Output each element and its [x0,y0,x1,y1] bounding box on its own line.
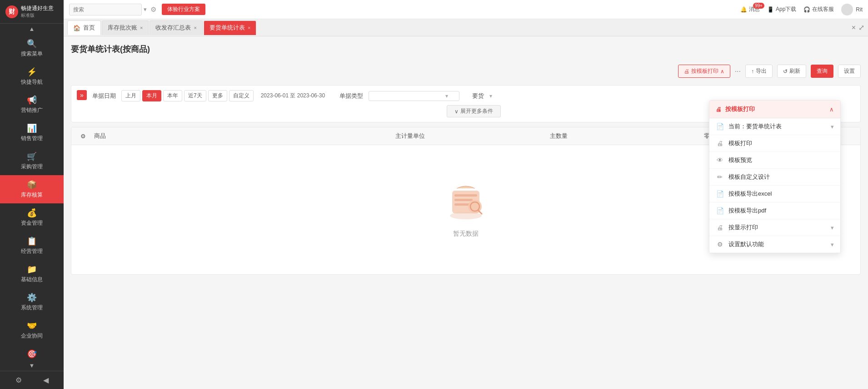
export-btn[interactable]: ↑ 导出 [745,65,773,78]
tab-close-all-btn[interactable]: × [852,24,856,32]
sidebar-item-label: 快捷导航 [21,78,43,86]
dropdown-close-icon[interactable]: ∧ [829,106,834,113]
more-options-icon[interactable]: ··· [735,67,741,76]
inventory-icon: 📦 [27,180,37,190]
tab-home[interactable]: 🏠 首页 [67,20,101,35]
printer-icon: 🖨 [684,68,689,75]
current-template-label: 当前：要货单统计表 [728,122,782,131]
dropdown-item-template-custom[interactable]: ✏ 模板自定义设计 [709,169,840,186]
online-service-btn[interactable]: 🎧 在线客服 [803,5,834,13]
app-logo: 财 畅捷通好生意 标准版 [0,0,64,24]
app-download-btn[interactable]: 📱 App下载 [767,5,796,13]
trial-button[interactable]: 体验行业方案 [162,4,205,15]
sidebar-scroll-down[interactable]: ▼ [0,360,64,371]
excel-icon: 📄 [716,190,724,197]
quick-nav-icon: ⚡ [27,67,37,77]
column-settings-icon[interactable]: ⚙ [80,133,86,140]
sidebar-item-system[interactable]: ⚙️ 系统管理 [0,288,64,316]
page-content: 要货单统计表(按商品) 🖨 按模板打印 ∧ ··· ↑ 导出 ↺ 刷新 查询 设… [64,36,868,389]
requisition-label-text: 要货 [472,92,484,100]
dropdown-current-template[interactable]: 📄 当前：要货单统计表 ▾ [709,118,840,135]
date-btn-custom[interactable]: 自定义 [229,90,254,101]
sidebar-item-collab[interactable]: 🤝 企业协同 [0,316,64,344]
sidebar-item-operations[interactable]: 📋 经营管理 [0,232,64,260]
dropdown-item-export-excel[interactable]: 📄 按模板导出excel [709,186,840,202]
sidebar-item-basics[interactable]: 📁 基础信息 [0,260,64,288]
col-header-settings[interactable]: ⚙ [77,128,90,144]
messages-badge: 99+ [753,3,764,9]
date-btn-7days[interactable]: 近7天 [184,90,206,101]
sidebar-scroll-up[interactable]: ▲ [0,24,64,34]
expand-more-btn[interactable]: ∨ 展开更多条件 [447,105,501,117]
tab-requisition-stats[interactable]: 要货单统计表 × [204,20,256,35]
marketing-icon: 📢 [27,95,37,105]
query-btn[interactable]: 查询 [811,65,833,78]
topbar-gear-icon[interactable]: ⚙ [150,5,156,14]
refresh-btn[interactable]: ↺ 刷新 [777,65,806,78]
empty-illustration [443,182,489,222]
settings-label: 设置 [844,67,855,75]
sidebar-item-label: 资金管理 [21,219,43,227]
sidebar-item-quick-nav[interactable]: ⚡ 快捷导航 [0,62,64,91]
export-label: 导出 [756,67,767,75]
sidebar-item-finance[interactable]: 💰 资金管理 [0,203,64,232]
toolbar-row: 🖨 按模板打印 ∧ ··· ↑ 导出 ↺ 刷新 查询 设置 [71,61,861,81]
dropdown-item-label: 模板打印 [728,139,752,147]
tab-expand-btn[interactable]: ⤢ [858,23,864,32]
tab-requisition-stats-close[interactable]: × [248,25,250,30]
topbar-search-input[interactable] [69,4,142,15]
dropdown-item-export-pdf[interactable]: 📄 按模板导出pdf [709,202,840,219]
tab-batch-account-close[interactable]: × [140,25,143,30]
sidebar-footer: ⚙ ◀ [0,371,64,389]
default-func-icon: ⚙ [716,241,724,248]
sidebar-item-label: 基础信息 [21,276,43,283]
sidebar-item-label: 销售管理 [21,135,43,142]
tab-batch-account[interactable]: 库存批次账 × [102,20,149,35]
logo-icon: 财 [5,5,18,18]
template-print-dropdown: 🖨 按模板打印 ∧ 📄 当前：要货单统计表 ▾ 🖨 模板打印 👁 模板预览 ✏ [709,100,841,253]
tabs-action-area: × ⤢ [852,23,868,32]
query-label: 查询 [817,67,828,75]
tab-receipts-summary-close[interactable]: × [194,25,196,30]
topbar-dropdown-arrow[interactable]: ▾ [144,6,147,13]
messages-btn[interactable]: 🔔 消息 99+ [740,5,760,13]
dropdown-item-default-func[interactable]: ⚙ 设置默认功能 ▾ [709,236,840,253]
dropdown-item-template-preview[interactable]: 👁 模板预览 [709,152,840,169]
user-area[interactable]: Rit [841,4,863,15]
message-bell-icon: 🔔 [740,6,747,13]
sidebar-item-purchase[interactable]: 🛒 采购管理 [0,147,64,175]
date-btn-this-year[interactable]: 本年 [163,90,182,101]
svg-rect-2 [454,194,477,197]
template-print-btn[interactable]: 🖨 按模板打印 ∧ [678,65,730,78]
topbar-right: 🔔 消息 99+ 📱 App下载 🎧 在线客服 Rit [740,4,863,15]
dropdown-item-display-print[interactable]: 🖨 按显示打印 ▾ [709,219,840,236]
tab-receipts-summary-label: 收发存汇总表 [155,24,191,32]
topbar: ▾ ⚙ 体验行业方案 🔔 消息 99+ 📱 App下载 🎧 在线客服 Rit [64,0,868,19]
sidebar-collapse-btn[interactable]: ◀ [43,376,49,384]
dropdown-item-template-print[interactable]: 🖨 模板打印 [709,135,840,152]
print-icon: 🖨 [716,140,724,147]
sidebar-item-guide[interactable]: 🎯 新手引导 [0,344,64,360]
home-icon: 🏠 [73,25,80,31]
sidebar-item-sales[interactable]: 📊 销售管理 [0,119,64,147]
user-avatar [841,4,853,15]
date-btn-last-month[interactable]: 上月 [121,90,140,101]
sidebar-item-search[interactable]: 🔍 搜索菜单 [0,34,64,62]
sidebar-item-marketing[interactable]: 📢 营销推广 [0,91,64,119]
tab-receipts-summary[interactable]: 收发存汇总表 × [150,20,202,35]
doc-type-select[interactable]: ▾ [369,91,459,101]
expand-icon: ∨ [454,108,459,115]
default-func-arrow: ▾ [831,241,834,248]
col-header-unit: 主计量单位 [392,127,546,145]
service-icon: 🎧 [803,6,810,13]
operations-icon: 📋 [27,236,37,246]
sidebar-item-inventory[interactable]: 📦 库存核算 [0,175,64,203]
date-btn-this-month[interactable]: 本月 [142,90,161,101]
sidebar-settings-btn[interactable]: ⚙ [15,376,22,384]
dropdown-item-label: 按显示打印 [728,223,758,232]
date-btn-more[interactable]: 更多 [208,90,227,101]
dropdown-header-left: 🖨 按模板打印 [716,105,755,113]
settings-btn[interactable]: 设置 [838,65,861,78]
filter-expand-btn[interactable]: » [77,90,87,100]
current-template-arrow: ▾ [831,123,834,130]
